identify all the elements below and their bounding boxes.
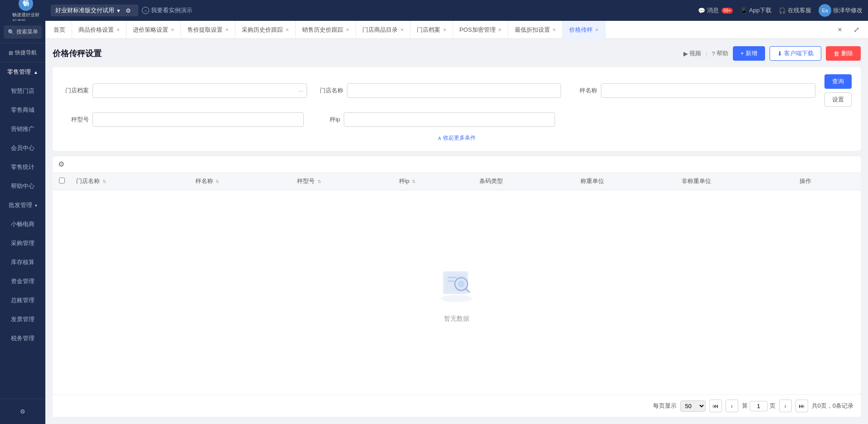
tab-min-discount[interactable]: 最低折扣设置 × — [508, 21, 563, 39]
store-archive-input[interactable] — [93, 83, 307, 98]
pagination: 每页显示 20 50 100 ⏮ ‹ 算 页 › ⏭ 共0页，0条 — [53, 395, 861, 417]
tab-sale-price-close[interactable]: × — [225, 27, 229, 33]
th-store-name: 门店名称 ⇅ — [71, 173, 190, 190]
settings-icon[interactable]: ⚙ — [126, 7, 131, 14]
tab-purchase-history-close[interactable]: × — [286, 27, 289, 33]
video-link[interactable]: ▶ 视频 — [683, 49, 701, 58]
sidebar-item-invoice[interactable]: 发票管理 — [0, 310, 45, 329]
next-page-btn[interactable]: › — [779, 400, 792, 412]
tab-purchase-strategy-close[interactable]: × — [171, 27, 174, 33]
tab-price-scale[interactable]: 价格传秤 × — [563, 21, 605, 39]
search-btn-label: 查询 — [832, 77, 844, 86]
sidebar-smart-store-label: 智慧门店 — [11, 87, 34, 95]
page-unit-pre: 算 — [742, 402, 748, 410]
version-selector[interactable]: 好业财标准版交付试用 ▾ ⚙ — [51, 5, 138, 16]
tab-price-setting-close[interactable]: × — [117, 27, 120, 33]
tab-store-archive[interactable]: 门店档案 × — [410, 21, 453, 39]
logo-icon: 畅 — [19, 0, 33, 11]
tab-expand-btn[interactable]: ⤢ — [850, 24, 863, 36]
sidebar-item-wholesale[interactable]: 批发管理 ▾ — [0, 196, 45, 215]
chevron-up-icon: ▲ — [34, 70, 38, 75]
set-btn[interactable]: 设置 — [824, 92, 852, 107]
sidebar-item-marketing[interactable]: 营销推广 — [0, 120, 45, 139]
th-non-weight-unit-label: 非称重单位 — [682, 178, 711, 184]
top-bar-right: 💬 消息 99+ 📱 App下载 🎧 在线客服 Ea 徐泽华修改 — [698, 4, 863, 17]
sidebar-item-xiaochang[interactable]: 小畅电商 — [0, 215, 45, 234]
help-link[interactable]: ? 帮助 — [712, 49, 728, 58]
sort-store-name-icon[interactable]: ⇅ — [102, 179, 106, 184]
tab-purchase-strategy[interactable]: 进价策略设置 × — [127, 21, 181, 39]
headset-icon: 🎧 — [779, 7, 786, 14]
quick-nav-btn[interactable]: ⊞ 快捷导航 — [0, 46, 45, 59]
sidebar-item-purchase[interactable]: 采购管理 — [0, 234, 45, 253]
sort-scale-model-icon[interactable]: ⇅ — [317, 179, 321, 184]
sidebar-item-tax[interactable]: 税务管理 — [0, 329, 45, 348]
user-profile-btn[interactable]: Ea 徐泽华修改 — [819, 4, 863, 17]
select-all-checkbox[interactable] — [59, 178, 65, 183]
collapse-label: 收起更多条件 — [443, 134, 476, 142]
store-name-label: 门店名称 — [316, 87, 343, 95]
add-btn[interactable]: + 新增 — [733, 46, 765, 61]
first-page-btn[interactable]: ⏮ — [709, 400, 722, 412]
tab-price-scale-close[interactable]: × — [595, 27, 599, 33]
search-menu-btn[interactable]: 🔍 搜索菜单 — [4, 25, 42, 39]
sidebar-item-retail[interactable]: 零售管理 ▲ — [0, 63, 45, 82]
sidebar-item-help[interactable]: 帮助中心 — [0, 177, 45, 196]
demo-link[interactable]: ○ 我要看实例演示 — [142, 6, 192, 14]
scale-ip-input[interactable] — [344, 112, 555, 127]
app-download-label: App下载 — [749, 6, 771, 14]
tab-home-label: 首页 — [54, 26, 65, 34]
online-service-btn[interactable]: 🎧 在线客服 — [779, 6, 811, 14]
page-input-wrapper: 算 页 — [742, 401, 775, 411]
delete-btn[interactable]: 🗑 删除 — [826, 46, 861, 61]
app-download-btn[interactable]: 📱 App下载 — [740, 6, 771, 14]
store-name-field: 门店名称 — [316, 83, 561, 98]
message-btn[interactable]: 💬 消息 99+ — [698, 6, 733, 14]
tab-sale-price[interactable]: 售价提取设置 × — [181, 21, 235, 39]
last-page-btn[interactable]: ⏭ — [795, 400, 808, 412]
download-btn[interactable]: ⬇ 客户端下载 — [770, 46, 821, 61]
tab-home[interactable]: 首页 — [47, 21, 72, 39]
tab-sales-history[interactable]: 销售历史价跟踪 × — [296, 21, 356, 39]
collapse-btn[interactable]: ∧ 收起更多条件 — [438, 134, 476, 142]
tab-store-catalog[interactable]: 门店商品目录 × — [356, 21, 410, 39]
sidebar-settings-btn[interactable]: ⚙ — [0, 404, 45, 419]
sidebar-item-ledger[interactable]: 总账管理 — [0, 291, 45, 310]
empty-text: 暂无数据 — [444, 315, 469, 323]
tab-close-all-btn[interactable]: × — [834, 24, 846, 36]
search-btn[interactable]: 查询 — [824, 74, 852, 89]
sidebar-item-finance[interactable]: 资金管理 — [0, 272, 45, 291]
scale-model-field: 秤型号 — [62, 112, 304, 127]
table-settings-icon[interactable]: ⚙ — [58, 160, 64, 169]
tab-purchase-strategy-label: 进价策略设置 — [133, 26, 168, 34]
prev-page-btn[interactable]: ‹ — [726, 400, 738, 412]
tab-purchase-history[interactable]: 采购历史价跟踪 × — [235, 21, 296, 39]
tab-pos-manage[interactable]: POS加密管理 × — [453, 21, 508, 39]
tab-price-scale-label: 价格传秤 — [569, 26, 593, 34]
per-page-select[interactable]: 20 50 100 — [680, 400, 706, 412]
tab-sales-history-close[interactable]: × — [346, 27, 349, 33]
page-input[interactable] — [750, 401, 768, 411]
tab-store-archive-close[interactable]: × — [443, 27, 446, 33]
sidebar-item-smart-store[interactable]: 智慧门店 — [0, 82, 45, 101]
sidebar-item-inventory[interactable]: 库存核算 — [0, 253, 45, 272]
page-content: 价格传秤设置 ▶ 视频 | ? 帮助 + 新增 — [45, 39, 868, 424]
download-label: 客户端下载 — [784, 49, 814, 58]
th-scale-ip: 秤ip ⇅ — [394, 173, 474, 190]
form-row-2: 秤型号 秤ip — [62, 112, 852, 127]
sidebar-item-retail-stats[interactable]: 零售统计 — [0, 158, 45, 177]
sort-scale-ip-icon[interactable]: ⇅ — [412, 179, 415, 184]
tab-store-catalog-close[interactable]: × — [400, 27, 404, 33]
tab-min-discount-close[interactable]: × — [553, 27, 556, 33]
sidebar-item-retail-mall[interactable]: 零售商城 — [0, 101, 45, 120]
scale-name-input[interactable] — [601, 83, 815, 98]
sidebar-item-member[interactable]: 会员中心 — [0, 139, 45, 158]
store-name-input[interactable] — [347, 83, 561, 98]
scale-model-input[interactable] — [93, 112, 304, 127]
ellipsis-icon[interactable]: ··· — [298, 87, 303, 94]
user-name: 徐泽华修改 — [833, 6, 863, 14]
sort-scale-name-icon[interactable]: ⇅ — [215, 179, 219, 184]
chevron-down-icon: ▾ — [117, 7, 120, 14]
tab-pos-manage-close[interactable]: × — [498, 27, 502, 33]
tab-price-setting[interactable]: 商品价格设置 × — [72, 21, 127, 39]
